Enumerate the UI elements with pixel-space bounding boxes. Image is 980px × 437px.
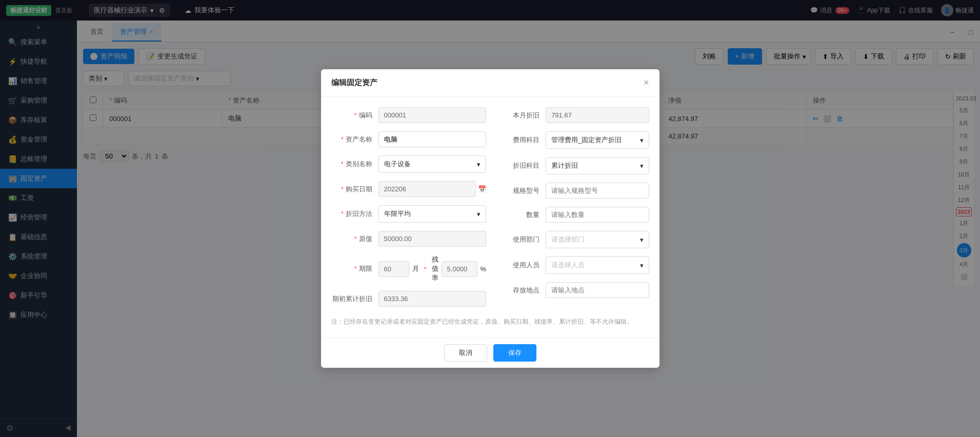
form-row-quantity: 数量 [498, 207, 649, 223]
modal-footer: 取消 保存 [321, 337, 659, 368]
dep-subject-select[interactable]: 累计折旧 ▾ [546, 157, 649, 174]
initial-dep-label: 期初累计折旧 [331, 294, 372, 304]
period-label: * 期限 [331, 264, 372, 273]
quantity-label: 数量 [498, 210, 539, 220]
period-unit-label: 月 [412, 264, 419, 273]
date-input[interactable] [378, 181, 476, 197]
form-row-monthly-dep: 本月折旧 [498, 107, 649, 123]
expense-subject-select[interactable]: 管理费用_固定资产折旧 ▾ [546, 131, 649, 149]
modal-header: 编辑固定资产 × [321, 69, 659, 97]
location-input[interactable] [546, 282, 649, 298]
form-row-category: * 类别名称 电子设备 ▾ [331, 155, 487, 173]
name-input[interactable] [378, 131, 487, 147]
modal-title: 编辑固定资产 [331, 78, 377, 88]
dep-method-label: * 折旧方法 [331, 209, 372, 218]
form-row-original: * 原值 [331, 231, 487, 247]
dept-select[interactable]: 请选择部门 ▾ [546, 231, 649, 248]
modal-note: 注：已经存在变更记录或者对应固定资产已经生成凭证，原值、购买日期、残值率、累计折… [331, 317, 649, 327]
original-label: * 原值 [331, 234, 372, 244]
spec-input[interactable] [546, 183, 649, 198]
initial-dep-input[interactable] [378, 291, 487, 307]
cancel-btn[interactable]: 取消 [444, 344, 487, 362]
form-row-date: * 购买日期 📅 [331, 181, 487, 197]
spec-label: 规格型号 [498, 186, 539, 195]
expense-subject-value: 管理费用_固定资产折旧 [551, 135, 622, 145]
user-chevron: ▾ [640, 262, 644, 269]
location-label: 存放地点 [498, 286, 539, 295]
modal-overlay: 编辑固定资产 × * 编码 * 资 [0, 0, 980, 437]
user-label: 使用人员 [498, 261, 539, 270]
monthly-dep-input[interactable] [546, 107, 649, 123]
original-input[interactable] [378, 231, 487, 247]
dep-method-chevron: ▾ [477, 210, 481, 218]
quantity-input[interactable] [546, 207, 649, 223]
form-row-initial-dep: 期初累计折旧 [331, 291, 487, 307]
user-placeholder: 请选择人员 [551, 261, 585, 270]
period-input[interactable] [378, 261, 409, 277]
calendar-icon[interactable]: 📅 [478, 185, 486, 193]
category-select-value: 电子设备 [384, 160, 411, 169]
expense-subject-label: 费用科目 [498, 135, 539, 145]
edit-asset-modal: 编辑固定资产 × * 编码 * 资 [321, 69, 659, 367]
modal-body: * 编码 * 资产名称 * 类别名称 [321, 97, 659, 337]
form-row-spec: 规格型号 [498, 183, 649, 198]
category-form-label: * 类别名称 [331, 160, 372, 169]
dep-method-select[interactable]: 年限平均 ▾ [378, 205, 487, 223]
residual-input[interactable] [442, 261, 477, 277]
dep-method-value: 年限平均 [384, 209, 411, 218]
form-row-name: * 资产名称 [331, 131, 487, 147]
category-form-select[interactable]: 电子设备 ▾ [378, 155, 487, 173]
form-row-user: 使用人员 请选择人员 ▾ [498, 256, 649, 274]
modal-close-btn[interactable]: × [644, 77, 649, 88]
form-row-period: * 期限 月 * 残值率 % [331, 255, 487, 283]
dept-placeholder: 请选择部门 [551, 235, 585, 244]
form-row-expense-subject: 费用科目 管理费用_固定资产折旧 ▾ [498, 131, 649, 149]
form-row-dep-method: * 折旧方法 年限平均 ▾ [331, 205, 487, 223]
form-row-dep-subject: 折旧科目 累计折旧 ▾ [498, 157, 649, 174]
form-row-location: 存放地点 [498, 282, 649, 298]
form-row-code: * 编码 [331, 107, 487, 123]
residual-unit-label: % [481, 265, 487, 273]
residual-label: 残值率 [432, 255, 438, 283]
code-input[interactable] [378, 107, 487, 123]
category-select-chevron: ▾ [477, 161, 481, 168]
user-select[interactable]: 请选择人员 ▾ [546, 256, 649, 274]
dep-subject-value: 累计折旧 [551, 161, 578, 170]
expense-subject-chevron: ▾ [640, 136, 644, 144]
dep-subject-chevron: ▾ [640, 162, 644, 170]
form-row-dept: 使用部门 请选择部门 ▾ [498, 231, 649, 248]
dept-label: 使用部门 [498, 235, 539, 244]
monthly-dep-label: 本月折旧 [498, 111, 539, 120]
dept-chevron: ▾ [640, 236, 644, 244]
date-label: * 购买日期 [331, 185, 372, 194]
save-btn[interactable]: 保存 [493, 344, 536, 362]
name-label: * 资产名称 [331, 135, 372, 144]
code-label: * 编码 [331, 111, 372, 120]
dep-subject-label: 折旧科目 [498, 161, 539, 170]
